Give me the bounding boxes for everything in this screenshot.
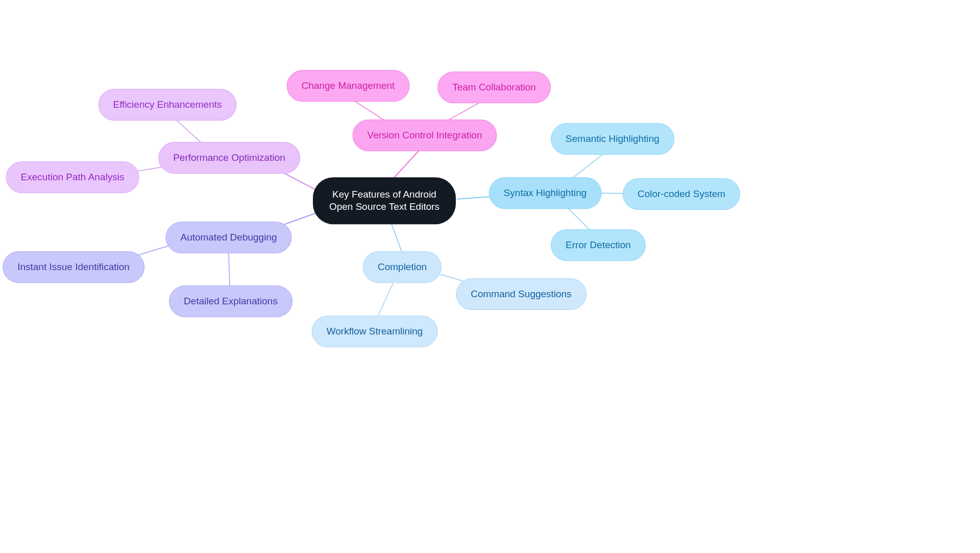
leaf-error-detection[interactable]: Error Detection [551,229,646,261]
svg-line-13 [229,253,230,286]
leaf-label: Color-coded System [638,188,725,200]
branch-automated-debugging[interactable]: Automated Debugging [165,222,291,253]
leaf-command-suggestions[interactable]: Command Suggestions [456,278,586,310]
leaf-detailed-explanations[interactable]: Detailed Explanations [169,285,292,317]
leaf-label: Efficiency Enhancements [113,99,222,111]
svg-line-7 [572,151,607,179]
branch-syntax-highlighting[interactable]: Syntax Highlighting [489,177,602,209]
branch-label: Version Control Integration [368,129,482,141]
branch-label: Performance Optimization [173,152,285,164]
center-label: Key Features of Android Open Source Text… [328,188,440,213]
leaf-label: Change Management [302,80,395,92]
leaf-semantic-highlighting[interactable]: Semantic Highlighting [551,123,674,155]
branch-label: Syntax Highlighting [504,187,587,199]
branch-completion[interactable]: Completion [363,251,442,283]
leaf-label: Team Collaboration [452,81,536,93]
leaf-team-collaboration[interactable]: Team Collaboration [437,71,551,103]
branch-performance-optimization[interactable]: Performance Optimization [158,142,300,174]
leaf-label: Execution Path Analysis [21,171,125,183]
svg-line-9 [567,207,592,232]
leaf-change-management[interactable]: Change Management [287,70,410,102]
leaf-label: Detailed Explanations [184,295,278,307]
leaf-label: Error Detection [566,239,631,251]
leaf-label: Workflow Streamlining [327,325,423,338]
leaf-color-coded[interactable]: Color-coded System [623,178,740,210]
branch-label: Automated Debugging [180,231,277,244]
svg-line-14 [174,117,202,143]
branch-version-control[interactable]: Version Control Integration [353,119,497,151]
leaf-efficiency-enhancements[interactable]: Efficiency Enhancements [99,89,237,121]
leaf-label: Semantic Highlighting [566,133,659,145]
leaf-execution-path[interactable]: Execution Path Analysis [6,161,139,193]
leaf-label: Instant Issue Identification [17,261,130,273]
leaf-instant-issue[interactable]: Instant Issue Identification [3,251,144,283]
leaf-workflow-streamlining[interactable]: Workflow Streamlining [312,316,438,347]
leaf-label: Command Suggestions [471,288,572,300]
branch-label: Completion [378,261,427,273]
svg-line-11 [378,283,393,317]
center-node[interactable]: Key Features of Android Open Source Text… [313,177,456,224]
